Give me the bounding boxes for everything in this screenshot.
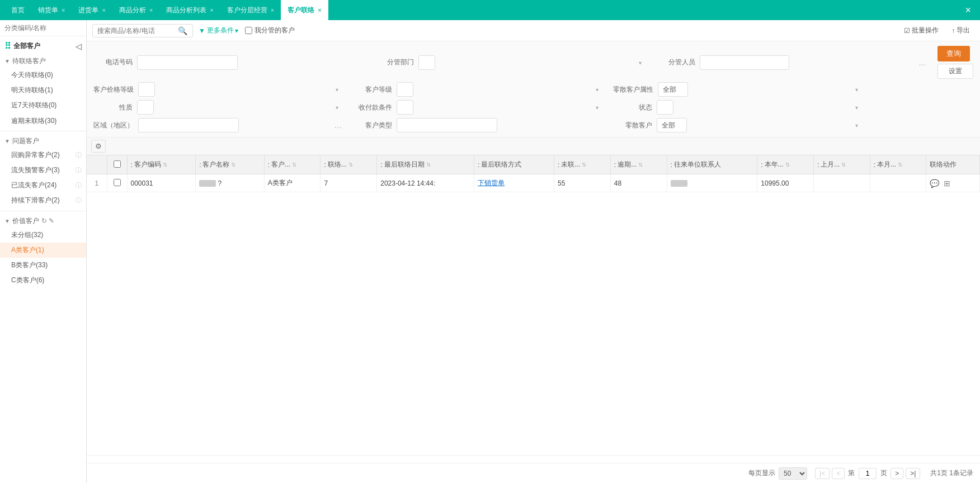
message-icon[interactable]: 💬: [930, 179, 939, 188]
filter-retail-attr-select[interactable]: 全部: [658, 82, 688, 97]
sidebar-collapse-icon[interactable]: ◁: [76, 42, 82, 51]
sidebar-group-problem[interactable]: ▼ 问题客户: [0, 134, 86, 148]
filter-nature-field: 性质 ▾: [93, 100, 342, 115]
sort-icon-name[interactable]: ⇅: [231, 162, 235, 168]
sidebar-item-today[interactable]: 今天待联络(0): [0, 68, 86, 83]
nav-item-analysis-list[interactable]: 商品分析列表 ×: [159, 0, 220, 20]
page-size-select[interactable]: 50 10 20 100: [779, 467, 807, 480]
col-customer-name-sep: :: [199, 161, 201, 169]
filter-search-icon[interactable]: 🔍: [178, 26, 187, 35]
my-customers-checkbox[interactable]: [245, 27, 252, 34]
sidebar-item-overdue[interactable]: 逾期未联络(30): [0, 113, 86, 129]
sort-icon-type[interactable]: ⇅: [292, 162, 296, 168]
nav-item-home[interactable]: 首页: [4, 0, 31, 20]
more-conditions-label: 更多条件: [207, 26, 234, 35]
filter-phone-input[interactable]: [137, 55, 238, 70]
col-no-contact-days: : 未联... ⇅: [554, 155, 611, 174]
sort-icon-thismonth[interactable]: ⇅: [898, 162, 902, 168]
settings-button[interactable]: 设置: [937, 64, 973, 79]
sidebar-item-churned[interactable]: 已流失客户(24) ⓘ: [0, 178, 86, 193]
nature-arrow-icon: ▾: [336, 105, 338, 111]
page-number-input[interactable]: 1: [859, 468, 877, 479]
row-checkbox[interactable]: [114, 179, 121, 186]
nav-item-customer-tier[interactable]: 客户分层经营 ×: [220, 0, 281, 20]
sidebar-group-value[interactable]: ▼ 价值客户 ↻ ✎: [0, 214, 86, 228]
data-table: : 客户编码 ⇅ : 客户名称 ⇅: [87, 155, 980, 192]
my-customers-checkbox-label[interactable]: 我分管的客户: [245, 26, 295, 35]
nav-item-customer-contact[interactable]: 客户联络 ×: [281, 0, 328, 20]
col-year-amount: : 本年... ⇅: [757, 155, 814, 174]
sort-icon-year[interactable]: ⇅: [785, 162, 790, 168]
edit-group-icon[interactable]: ✎: [49, 217, 54, 225]
filter-price-grade-select[interactable]: [138, 82, 155, 97]
batch-operation-button[interactable]: ☑ 批量操作: [899, 23, 944, 37]
contact-method-link[interactable]: 下销货单: [478, 179, 505, 187]
sidebar-item-tomorrow[interactable]: 明天待联络(1): [0, 83, 86, 98]
filter-customer-type-label: 客户类型: [353, 121, 392, 130]
top-nav: 首页 销货单 × 进货单 × 商品分析 × 商品分析列表 × 客户分层经营 × …: [0, 0, 980, 20]
close-icon-analysis[interactable]: ×: [149, 7, 153, 13]
more-conditions-button[interactable]: ▼ 更多条件 ▾: [199, 26, 238, 35]
close-all-button[interactable]: ×: [960, 4, 976, 16]
close-icon-analysis-list[interactable]: ×: [210, 7, 213, 13]
sidebar-item-a-class[interactable]: A类客户(1): [0, 243, 86, 258]
sidebar-item-churn-warning[interactable]: 流失预警客户(3) ⓘ: [0, 163, 86, 178]
filter-retail-customer-select[interactable]: 全部: [657, 118, 687, 132]
sidebar-item-ungroup[interactable]: 未分组(32): [0, 228, 86, 243]
filter-customer-grade-select[interactable]: [397, 82, 413, 97]
prev-page-button[interactable]: <: [832, 468, 845, 479]
col-last-contact-method-sep: :: [478, 161, 479, 169]
sort-icon-nocontact[interactable]: ⇅: [582, 162, 586, 168]
select-all-checkbox[interactable]: [114, 160, 121, 168]
col-last-contact-method-text: 最后联络方式: [481, 160, 521, 169]
sidebar-item-declining[interactable]: 持续下滑客户(2) ⓘ: [0, 193, 86, 208]
filter-row-1: 电话号码 分管部门 ▾ 分管人员: [93, 46, 973, 79]
sidebar-group-pending[interactable]: ▼ 待联络客户: [0, 54, 86, 68]
sort-icon-date[interactable]: ⇅: [426, 162, 431, 168]
sort-icon-overdue[interactable]: ⇅: [638, 162, 643, 168]
filter-staff-input[interactable]: [700, 55, 789, 70]
column-settings-button[interactable]: ⚙: [91, 140, 106, 153]
region-more-icon[interactable]: …: [334, 121, 342, 130]
sidebar-item-churned-label: 已流失客户(24): [11, 180, 56, 191]
table-wrap: : 客户编码 ⇅ : 客户名称 ⇅: [87, 155, 980, 455]
sidebar-item-b-class[interactable]: B类客户(33): [0, 258, 86, 273]
filter-search-input[interactable]: [97, 27, 176, 35]
sort-icon-lastmonth[interactable]: ⇅: [841, 162, 846, 168]
filter-dept-select[interactable]: [418, 55, 435, 70]
first-page-button[interactable]: |<: [815, 468, 830, 479]
filter-region-input[interactable]: [138, 118, 239, 132]
nav-label-sales: 销货单: [38, 6, 58, 15]
filter-status-select[interactable]: [657, 100, 673, 115]
close-icon-customer-contact[interactable]: ×: [318, 7, 321, 13]
sidebar-item-ungroup-label: 未分组(32): [11, 230, 43, 240]
export-button[interactable]: ↑ 导出: [947, 23, 974, 37]
staff-more-icon[interactable]: …: [918, 58, 926, 67]
sidebar-all-customers-label[interactable]: 全部客户: [13, 41, 76, 51]
sidebar-item-repurchase[interactable]: 回购异常客户(2) ⓘ: [0, 148, 86, 163]
sidebar-item-7days[interactable]: 近7天待联络(0): [0, 98, 86, 113]
close-icon-sales[interactable]: ×: [62, 7, 65, 13]
sort-icon-code[interactable]: ⇅: [163, 162, 167, 168]
next-page-button[interactable]: >: [891, 468, 903, 479]
sidebar-search-input[interactable]: [4, 24, 87, 32]
sidebar-item-c-class[interactable]: C类客户(6): [0, 273, 86, 288]
filter-payment-select[interactable]: [397, 100, 413, 115]
filter-phone-field: 电话号码: [93, 55, 364, 70]
horizontal-scrollbar[interactable]: [87, 455, 980, 463]
qr-icon[interactable]: ⊞: [944, 179, 950, 188]
refresh-icon[interactable]: ↻: [41, 217, 47, 225]
filter-customer-type-input[interactable]: [397, 118, 497, 132]
nav-item-analysis[interactable]: 商品分析 ×: [112, 0, 159, 20]
filter-nature-select[interactable]: [137, 100, 154, 115]
sort-icon-contact[interactable]: ⇅: [348, 162, 353, 168]
nav-item-sales[interactable]: 销货单 ×: [31, 0, 72, 20]
last-page-button[interactable]: >|: [906, 468, 920, 479]
close-icon-customer-tier[interactable]: ×: [271, 7, 274, 13]
nav-item-purchase[interactable]: 进货单 ×: [72, 0, 112, 20]
filter-customer-grade-field: 客户等级 ▾: [353, 82, 601, 97]
col-last-month-sep: :: [817, 161, 819, 169]
close-icon-purchase[interactable]: ×: [102, 7, 105, 13]
col-company-contact-sep: :: [671, 161, 672, 169]
query-button[interactable]: 查询: [937, 46, 970, 61]
